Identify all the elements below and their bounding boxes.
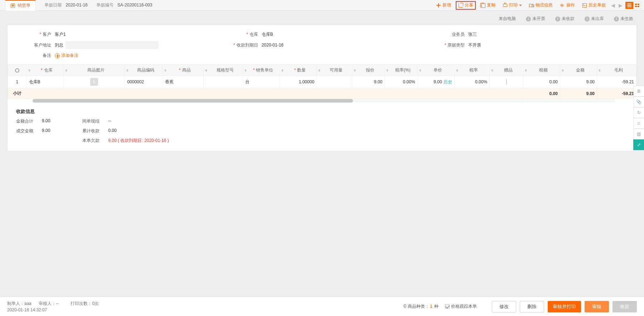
col-taxamt[interactable]: 税额: [523, 65, 560, 76]
status-badge-row: 来自电脑 i未开票 i未收款 i未出库 i未生效: [0, 11, 644, 23]
rail-chart-button[interactable]: ▥: [633, 129, 644, 139]
info-icon: i: [614, 16, 619, 21]
field-salesperson: 业务员张三: [432, 31, 625, 38]
footer-bar: 制单人：aaa 审核人：-- 打印次数：0次 2020-01-16 14:32:…: [0, 297, 644, 316]
badge-uninvoiced[interactable]: i未开票: [522, 14, 549, 23]
checkbox-icon: [445, 304, 450, 309]
col-tax[interactable]: 税率: [454, 65, 489, 76]
col-unit[interactable]: *销售单位: [243, 65, 280, 76]
gear-icon: [14, 68, 20, 73]
prev-button[interactable]: ◀: [610, 3, 616, 8]
share-icon: [458, 3, 463, 8]
active-tab[interactable]: 销货单: [5, 0, 36, 11]
table-row[interactable]: 1 仓库B b 0000002 香蕉 台 1.00000 9.00 0.00% …: [8, 76, 636, 88]
share-button[interactable]: 分享: [456, 1, 476, 10]
col-gift[interactable]: 赠品: [490, 65, 523, 76]
col-warehouse[interactable]: *仓库: [26, 65, 63, 76]
doc-date: 单据日期 2020-01-16: [44, 2, 88, 8]
badge-source: 来自电脑: [495, 14, 519, 23]
approve-print-button[interactable]: 审核并打印: [548, 301, 581, 312]
next-button[interactable]: ▶: [618, 3, 623, 8]
table-header-row: *仓库 商品图片 商品编码 *商品 规格型号 *销售单位 *数量 可用量 报价 …: [8, 65, 636, 76]
rail-refresh-button[interactable]: ↻: [633, 107, 644, 118]
col-price[interactable]: 单价: [417, 65, 454, 76]
add-note-button[interactable]: 添加备注: [55, 53, 78, 59]
price-history-link[interactable]: 历史: [444, 79, 452, 84]
plus-icon: [436, 3, 441, 8]
payment-title: 收款信息: [16, 108, 628, 115]
col-quote[interactable]: 报价: [352, 65, 385, 76]
horizontal-scrollbar[interactable]: [33, 99, 615, 103]
field-warehouse: *仓库仓库B: [226, 31, 418, 38]
field-note: 备注添加备注: [19, 53, 212, 59]
copy-button[interactable]: 复制: [478, 1, 498, 10]
doc-number: 单据编号 SA-20200116-003: [96, 2, 152, 8]
plus-circle-icon: [55, 53, 60, 58]
delete-button[interactable]: 删除: [520, 301, 544, 312]
product-kinds: © 商品种类：1 种: [403, 303, 439, 310]
field-address: 客户地址刘总: [19, 41, 212, 49]
rail-attach-button[interactable]: 📎: [633, 97, 644, 107]
new-button[interactable]: 新增: [434, 1, 454, 10]
field-duedate: *收款到期日2020-01-16: [226, 41, 418, 49]
rail-note-button[interactable]: 🗎: [633, 86, 644, 97]
truck-icon: [529, 3, 534, 8]
info-icon: i: [555, 16, 560, 21]
tab-title: 销货单: [18, 3, 30, 9]
info-icon: i: [526, 16, 531, 21]
price-follow-checkbox[interactable]: 价格跟踪本单: [445, 303, 477, 310]
items-table-wrap: *仓库 商品图片 商品编码 *商品 规格型号 *销售单位 *数量 可用量 报价 …: [8, 64, 636, 103]
rail-expand-button[interactable]: ⤢: [633, 139, 644, 150]
field-customer: *客户客户1: [19, 31, 212, 38]
col-amount[interactable]: 金额: [560, 65, 597, 76]
grid-view-button[interactable]: [633, 2, 641, 9]
sales-order-icon: [10, 3, 15, 8]
col-settings[interactable]: [8, 65, 27, 76]
col-profit[interactable]: 毛利: [597, 65, 636, 76]
field-invoice-type: *票据类型不开票: [432, 41, 625, 49]
approve-button[interactable]: 审核: [585, 301, 609, 312]
copy-icon: [480, 3, 485, 8]
items-table: *仓库 商品图片 商品编码 *商品 规格型号 *销售单位 *数量 可用量 报价 …: [8, 65, 636, 99]
rail-user-button[interactable]: ☺: [633, 118, 644, 129]
top-bar: 销货单 单据日期 2020-01-16 单据编号 SA-20200116-003…: [0, 0, 644, 11]
col-taxrate[interactable]: 税率(%): [385, 65, 418, 76]
print-icon: [503, 3, 508, 8]
col-avail[interactable]: 可用量: [317, 65, 352, 76]
info-icon: i: [585, 16, 590, 21]
header-form: *客户客户1 *仓库仓库B 业务员张三 客户地址刘总 *收款到期日2020-01…: [8, 29, 636, 61]
logistics-button[interactable]: 物流信息: [527, 1, 555, 10]
edit-button[interactable]: 修改: [492, 301, 516, 312]
collect-button: 收款: [612, 301, 637, 312]
col-image[interactable]: 商品图片: [63, 65, 125, 76]
col-product[interactable]: *商品: [163, 65, 203, 76]
badge-unshipped[interactable]: i未出库: [581, 14, 607, 23]
subtotal-row: 小计 0.00 9.00 -59.21: [8, 88, 636, 99]
col-code[interactable]: 商品编码: [125, 65, 163, 76]
image-placeholder-icon: b: [90, 78, 98, 86]
col-qty[interactable]: *数量: [280, 65, 317, 76]
history-button[interactable]: 历史单据: [580, 1, 608, 10]
view-toggle: [625, 2, 641, 9]
chevron-down-icon: [519, 5, 522, 8]
document-card: *客户客户1 *仓库仓库B 业务员张三 客户地址刘总 *收款到期日2020-01…: [7, 25, 637, 151]
history-icon: [582, 3, 587, 8]
side-rail: 🗎 📎 ↻ ☺ ▥ ⤢: [633, 86, 644, 150]
ops-button[interactable]: 操作: [557, 1, 577, 10]
badge-unpaid[interactable]: i未收款: [552, 14, 578, 23]
print-button[interactable]: 打印: [500, 1, 524, 10]
col-spec[interactable]: 规格型号: [204, 65, 243, 76]
ops-icon: [560, 3, 565, 8]
list-view-button[interactable]: [625, 2, 633, 9]
badge-inactive[interactable]: i未生效: [610, 14, 637, 23]
gift-checkbox[interactable]: [506, 79, 507, 85]
footer-meta: 制单人：aaa 审核人：-- 打印次数：0次 2020-01-16 14:32:…: [7, 300, 99, 313]
payment-section: 收款信息 金额合计9.00 成交金额9.00 同单现结-- 累计收款0.00 本…: [8, 103, 636, 144]
